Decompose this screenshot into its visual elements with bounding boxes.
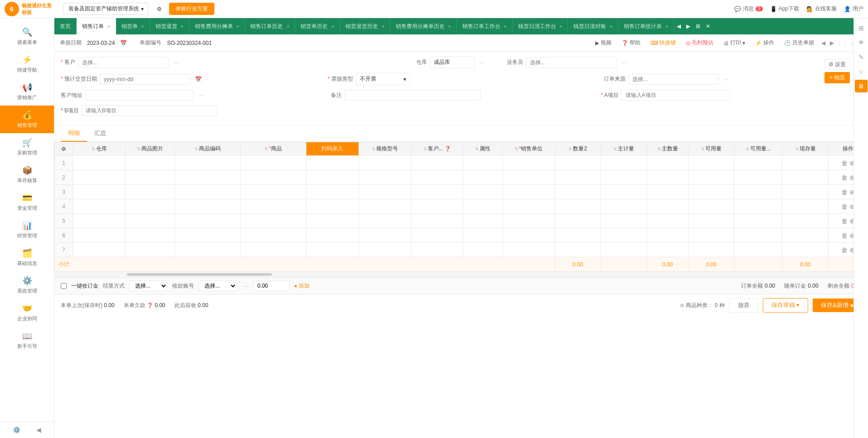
receipt-no-select[interactable]: 选择...	[199, 280, 237, 291]
a-project-input[interactable]	[621, 90, 730, 101]
tab-return-history[interactable]: 销货退货历史 ×	[340, 18, 390, 34]
sidebar-collapse-icon[interactable]: ◀	[36, 426, 41, 433]
salesperson-input[interactable]	[526, 57, 616, 68]
tab-sales-invoice[interactable]: 销货单 ×	[116, 18, 150, 34]
sidebar-item-guide[interactable]: 📖 新手引导	[0, 327, 54, 354]
app-selector[interactable]: 装备及固定资产辅助管理系统 ▾	[63, 3, 149, 15]
col-header-unit[interactable]: ⇅*销售单位	[502, 142, 555, 156]
sidebar-item-marketing[interactable]: 📢 营销推广	[0, 78, 54, 106]
tab-close-icon[interactable]: ×	[107, 24, 110, 29]
row-delete-icon[interactable]: 🗑	[841, 246, 848, 254]
tab-close-icon[interactable]: ×	[181, 24, 184, 29]
help-btn[interactable]: ❓ 帮助	[619, 38, 643, 48]
setting-btn[interactable]: ⚙ 设置	[824, 59, 850, 70]
right-icon-screen[interactable]: 🖥	[855, 80, 868, 92]
scrollbar[interactable]	[54, 272, 868, 277]
tab-close-icon[interactable]: ×	[560, 24, 563, 29]
view-btn[interactable]: ▶ 视频	[592, 38, 614, 48]
tab-close-icon[interactable]: ×	[610, 24, 612, 29]
tab-order-stats[interactable]: 销售订单统计表 ×	[618, 18, 674, 34]
online-service-btn[interactable]: 💁 在线客服	[806, 5, 837, 13]
sidebar-item-enterprise[interactable]: 🤝 企业协同	[0, 299, 54, 327]
one-click-checkbox[interactable]	[61, 283, 67, 289]
abandon-btn[interactable]: 放弃	[729, 298, 758, 313]
operation-btn[interactable]: ⚡ 操作	[752, 38, 777, 48]
b-project-input[interactable]	[82, 105, 218, 116]
settlement-select[interactable]: 选择...	[129, 280, 168, 291]
order-source-input[interactable]	[628, 74, 719, 85]
print-btn[interactable]: 🖨 打印 ▾	[721, 38, 748, 48]
tab-summary[interactable]: 汇总	[87, 125, 113, 142]
order-source-dots[interactable]: ···	[723, 76, 729, 83]
tab-detail[interactable]: 明细	[61, 125, 87, 142]
invoice-type-select[interactable]: 不开票 ▾	[356, 73, 410, 85]
customer-input[interactable]	[78, 57, 169, 68]
tab-close-icon[interactable]: ×	[382, 24, 384, 29]
tab-home[interactable]: 首页	[54, 18, 77, 34]
tab-scroll-left[interactable]: ◀	[674, 18, 684, 34]
settings-icon-btn[interactable]: ⚙	[153, 4, 165, 14]
shortcut-btn[interactable]: ⌨ 快捷键	[648, 38, 679, 48]
sidebar-item-purchase[interactable]: 🛒 采购管理	[0, 133, 54, 161]
sidebar-item-sales[interactable]: 💰 销售管理	[0, 106, 54, 133]
sidebar-item-finance[interactable]: 💳 资金管理	[0, 188, 54, 216]
row-delete-icon[interactable]: 🗑	[841, 188, 848, 196]
row-delete-icon[interactable]: 🗑	[841, 174, 848, 181]
sidebar-item-search[interactable]: 🔍 搜索菜单	[0, 23, 54, 50]
right-icon-star[interactable]: ☆	[855, 65, 868, 78]
receipt-dots[interactable]: ···	[243, 282, 249, 289]
tab-close-all[interactable]: ✕	[703, 18, 713, 34]
nav-right-icon[interactable]: ▶	[830, 40, 834, 46]
tab-close-icon[interactable]: ×	[141, 24, 144, 29]
row-delete-icon[interactable]: 🗑	[841, 203, 848, 210]
nav-left-icon[interactable]: ◀	[821, 40, 825, 46]
col-header-warehouse[interactable]: ⇅仓库	[73, 142, 126, 156]
tab-close-icon[interactable]: ×	[286, 24, 289, 29]
salesperson-dots[interactable]: ···	[621, 59, 626, 66]
tab-order-workbench[interactable]: 销售订单工作台 ×	[457, 18, 513, 34]
col-header-spec[interactable]: ⇅规格型号	[359, 142, 411, 156]
row-delete-icon[interactable]: 🗑	[841, 232, 848, 239]
col-header-main-qty[interactable]: ⇅主数量	[647, 142, 688, 156]
tab-close-icon[interactable]: ×	[665, 24, 668, 29]
tab-invoice-history[interactable]: 销货单历史 ×	[295, 18, 340, 34]
tab-close-icon[interactable]: ×	[237, 24, 239, 29]
profit-btn[interactable]: ◎ 毛利预估	[683, 38, 716, 48]
col-header-code[interactable]: ⇅商品编码	[175, 142, 240, 156]
calendar-icon[interactable]: 📅	[120, 40, 127, 46]
tab-sales-return[interactable]: 销货退货 ×	[150, 18, 189, 34]
app-download-btn[interactable]: 📱 App下载	[770, 5, 799, 13]
right-icon-grid[interactable]: ⊞	[855, 22, 868, 34]
col-header-qty2[interactable]: ⇅数量2	[555, 142, 601, 156]
row-delete-icon[interactable]: 🗑	[841, 159, 848, 167]
sidebar-item-shortcut[interactable]: ⚡ 快捷导航	[0, 50, 54, 78]
save-draft-btn[interactable]: 保存草稿 ▾	[763, 298, 809, 313]
tab-close-icon[interactable]: ×	[504, 24, 507, 29]
col-header-main-unit[interactable]: ⇅主计量	[601, 142, 647, 156]
tab-scroll-right[interactable]: ▶	[684, 18, 693, 34]
delivery-date-calendar-icon[interactable]: 📅	[195, 76, 202, 82]
col-header-avail[interactable]: ⇅可用量	[688, 142, 734, 156]
address-dots[interactable]: ···	[199, 91, 204, 99]
add-goods-btn[interactable]: + 物流	[824, 72, 850, 83]
message-btn[interactable]: 💬 消息 9	[734, 5, 763, 13]
row-delete-icon[interactable]: 🗑	[841, 217, 848, 225]
tab-daily-reconcile[interactable]: 钱货日清对账 ×	[568, 18, 618, 34]
col-header-attr[interactable]: ⇅属性	[463, 142, 502, 156]
col-header-avail2[interactable]: ⇅可用量...	[734, 142, 782, 156]
sidebar-item-system[interactable]: ⚙️ 系统管理	[0, 271, 54, 299]
tab-close-icon[interactable]: ×	[448, 24, 451, 29]
tab-fee-history[interactable]: 销售费用分摊单历史 ×	[390, 18, 457, 34]
address-input[interactable]	[85, 90, 194, 101]
right-icon-edit[interactable]: ✎	[855, 51, 868, 63]
industry-btn[interactable]: 体验行业方案	[169, 3, 214, 15]
col-header-product[interactable]: ⇅*商品	[240, 142, 306, 156]
sidebar-item-basic[interactable]: 🗂️ 基础信息	[0, 244, 54, 271]
right-icon-eye[interactable]: 👁	[855, 36, 868, 49]
tab-order-history[interactable]: 销售订单历史 ×	[245, 18, 295, 34]
tab-expand[interactable]: ⊞	[693, 18, 703, 34]
remark-input[interactable]	[344, 90, 480, 101]
warehouse-dots[interactable]: ···	[480, 59, 485, 66]
amount-input[interactable]	[253, 281, 290, 291]
customer-dots[interactable]: ···	[173, 59, 179, 66]
